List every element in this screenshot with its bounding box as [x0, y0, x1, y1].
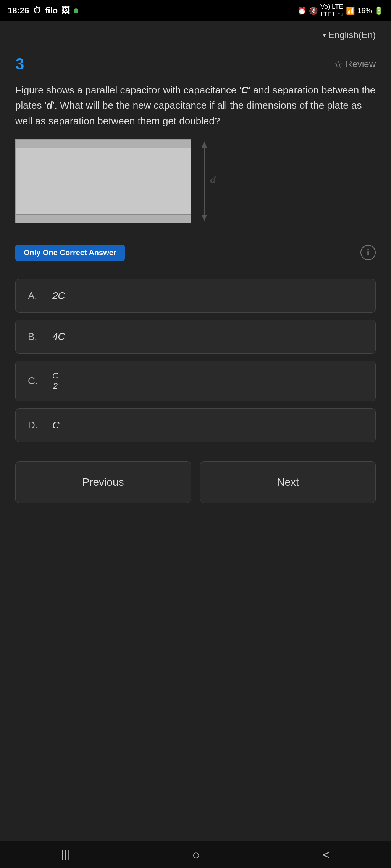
status-icon-timer: ⏱ — [33, 6, 41, 16]
mute-icon: 🔇 — [309, 6, 318, 15]
question-number: 3 — [15, 55, 24, 73]
main-content: ▾ English(En) 3 ☆ Review Figure shows a … — [0, 21, 391, 841]
option-d[interactable]: D. C — [15, 408, 376, 442]
capacitor-diagram-container: d — [15, 139, 376, 232]
review-label: Review — [346, 59, 376, 69]
battery-text: 16% — [357, 6, 372, 15]
home-icon[interactable]: ○ — [181, 844, 212, 866]
answer-type-badge: Only One Correct Answer — [15, 245, 125, 261]
status-app-name: filo — [45, 6, 58, 16]
status-icon-image: 🖼 — [61, 6, 70, 16]
option-b[interactable]: B. 4C — [15, 320, 376, 354]
question-text: Figure shows a parallel capacitor with c… — [15, 82, 376, 129]
alarm-icon: ⏰ — [297, 6, 307, 15]
language-selector[interactable]: ▾ English(En) — [15, 21, 376, 44]
option-b-text: 4C — [52, 331, 65, 343]
option-c-text: C 2 — [52, 372, 58, 390]
info-icon[interactable]: i — [360, 245, 376, 260]
status-dot — [74, 8, 78, 13]
divider — [15, 268, 376, 268]
option-c-letter: C. — [28, 375, 43, 387]
signal-text: Vo) LTELTE1 ↑↓ — [320, 3, 344, 18]
status-time: 18:26 — [8, 6, 29, 16]
option-a-text: 2C — [52, 290, 65, 302]
previous-button[interactable]: Previous — [15, 461, 191, 503]
status-right: ⏰ 🔇 Vo) LTELTE1 ↑↓ 📶 16% 🔋 — [297, 3, 383, 18]
option-d-letter: D. — [28, 419, 43, 431]
answer-type-row: Only One Correct Answer i — [15, 245, 376, 261]
option-c[interactable]: C. C 2 — [15, 361, 376, 401]
signal-bars-icon: 📶 — [346, 6, 355, 15]
menu-icon[interactable]: ||| — [50, 845, 81, 865]
option-a[interactable]: A. 2C — [15, 279, 376, 313]
options-list: A. 2C B. 4C C. C 2 D. C — [15, 279, 376, 442]
status-bar: 18:26 ⏱ filo 🖼 ⏰ 🔇 Vo) LTELTE1 ↑↓ 📶 16% … — [0, 0, 391, 21]
back-icon[interactable]: < — [311, 844, 341, 866]
question-header: 3 ☆ Review — [15, 55, 376, 73]
option-b-letter: B. — [28, 331, 43, 343]
language-label: English(En) — [328, 30, 376, 40]
nav-buttons: Previous Next — [15, 461, 376, 503]
status-left: 18:26 ⏱ filo 🖼 — [8, 6, 78, 16]
option-d-text: C — [52, 419, 60, 431]
svg-marker-2 — [202, 215, 207, 221]
star-icon: ☆ — [334, 58, 343, 70]
chevron-down-icon: ▾ — [323, 31, 326, 39]
review-button[interactable]: ☆ Review — [334, 58, 376, 70]
next-button[interactable]: Next — [200, 461, 376, 503]
bottom-nav-bar: ||| ○ < — [0, 841, 391, 868]
option-a-letter: A. — [28, 290, 43, 302]
svg-marker-1 — [202, 141, 207, 148]
svg-text:d: d — [210, 175, 216, 185]
battery-icon: 🔋 — [374, 6, 383, 15]
